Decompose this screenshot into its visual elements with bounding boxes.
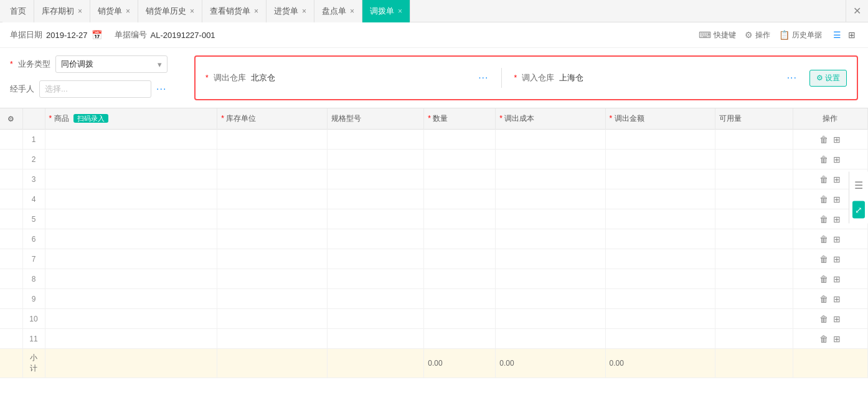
tab-sales-order-close[interactable]: ×	[126, 7, 130, 15]
row-product-cell[interactable]	[45, 209, 217, 229]
calendar-icon[interactable]: 📅	[92, 30, 102, 40]
copy-icon[interactable]: ⊞	[833, 274, 841, 284]
copy-icon[interactable]: ⊞	[833, 214, 841, 224]
row-product-cell[interactable]	[45, 269, 217, 289]
row-ops-cell: 🗑 ⊞	[793, 269, 867, 289]
operations-button[interactable]: ⚙ 操作	[745, 30, 770, 40]
tab-view-sales[interactable]: 查看销货单 ×	[202, 0, 267, 22]
number-value: AL-20191227-001	[151, 31, 215, 40]
row-product-cell[interactable]	[45, 150, 217, 169]
out-more-button[interactable]: ···	[478, 72, 488, 83]
subtotal-row: 小计 0.00 0.00 0.00	[0, 349, 868, 378]
delete-icon[interactable]: 🗑	[819, 234, 828, 244]
tab-sales-order[interactable]: 销货单 ×	[90, 0, 138, 22]
row-available-cell	[715, 289, 793, 309]
window-close-button[interactable]: ✕	[846, 0, 868, 22]
copy-icon[interactable]: ⊞	[833, 314, 841, 324]
row-qty-cell	[424, 189, 496, 209]
row-product-cell[interactable]	[45, 169, 217, 189]
history-button[interactable]: 📋 历史单据	[779, 30, 822, 40]
row-spec-cell	[327, 249, 424, 269]
row-unit-cell	[217, 169, 327, 189]
copy-icon[interactable]: ⊞	[833, 135, 841, 145]
tab-sales-history[interactable]: 销货单历史 ×	[138, 0, 202, 22]
sidebar-expand-icon[interactable]: ⤢	[852, 201, 865, 219]
delete-icon[interactable]: 🗑	[819, 294, 828, 304]
settings-button[interactable]: ⚙ 设置	[809, 70, 847, 87]
delete-icon[interactable]: 🗑	[819, 274, 828, 284]
delete-icon[interactable]: 🗑	[819, 174, 828, 184]
date-value: 2019-12-27	[46, 31, 88, 40]
row-qty-cell	[424, 289, 496, 309]
copy-icon[interactable]: ⊞	[833, 294, 841, 304]
qty-label: 数量	[433, 114, 448, 123]
person-select[interactable]: 选择...	[39, 80, 151, 98]
tab-inventory-count-close[interactable]: ×	[350, 7, 354, 15]
data-table-container: ⚙ * 商品 扫码录入 * 库存单位 规格型号 * 数量 *	[0, 108, 868, 378]
th-settings[interactable]: ⚙	[0, 108, 22, 130]
warehouse-box: * 调出仓库 北京仓 ··· * 调入仓库 上海仓 ··· ⚙ 设置	[194, 55, 858, 100]
tab-transfer-order-label: 调拨单	[370, 6, 394, 17]
row-cost-cell	[496, 269, 605, 289]
layout-grid-icon[interactable]: ⊞	[846, 29, 858, 41]
tab-transfer-order[interactable]: 调拨单 ×	[362, 0, 410, 22]
tab-inventory-init[interactable]: 库存期初 ×	[34, 0, 90, 22]
row-available-cell	[715, 169, 793, 189]
row-settings-cell	[0, 269, 22, 289]
delete-icon[interactable]: 🗑	[819, 214, 828, 224]
copy-icon[interactable]: ⊞	[833, 334, 841, 344]
tab-view-sales-close[interactable]: ×	[254, 7, 258, 15]
row-product-cell[interactable]	[45, 229, 217, 249]
sidebar-list-icon[interactable]: ☰	[852, 177, 866, 194]
row-cost-cell	[496, 169, 605, 189]
copy-icon[interactable]: ⊞	[833, 254, 841, 264]
row-product-cell[interactable]	[45, 309, 217, 329]
layout-list-icon[interactable]: ☰	[831, 29, 843, 41]
delete-icon[interactable]: 🗑	[819, 135, 828, 145]
copy-icon[interactable]: ⊞	[833, 234, 841, 244]
row-qty-cell	[424, 229, 496, 249]
row-available-cell	[715, 229, 793, 249]
table-row: 3 🗑 ⊞	[0, 169, 868, 189]
row-available-cell	[715, 269, 793, 289]
row-product-cell[interactable]	[45, 189, 217, 209]
row-cost-cell	[496, 150, 605, 169]
person-more-button[interactable]: ···	[156, 83, 166, 95]
tab-purchase-order[interactable]: 进货单 ×	[267, 0, 314, 22]
delete-icon[interactable]: 🗑	[819, 194, 828, 204]
row-product-cell[interactable]	[45, 329, 217, 349]
th-amount: * 调出金额	[605, 108, 715, 130]
tab-sales-history-close[interactable]: ×	[190, 7, 194, 15]
copy-icon[interactable]: ⊞	[833, 174, 841, 184]
business-type-select[interactable]: 同价调拨 ▾	[55, 55, 167, 73]
th-ops: 操作	[793, 108, 867, 130]
row-qty-cell	[424, 309, 496, 329]
delete-icon[interactable]: 🗑	[819, 314, 828, 324]
tab-purchase-order-close[interactable]: ×	[302, 7, 306, 15]
scan-entry-button[interactable]: 扫码录入	[73, 114, 108, 123]
table-row: 4 🗑 ⊞	[0, 189, 868, 209]
row-product-cell[interactable]	[45, 130, 217, 150]
delete-icon[interactable]: 🗑	[819, 155, 828, 164]
row-ops-cell: 🗑 ⊞	[793, 309, 867, 329]
window-close-icon: ✕	[853, 5, 861, 17]
tab-inventory-init-close[interactable]: ×	[78, 7, 82, 15]
shortcut-button[interactable]: ⌨ 快捷键	[699, 30, 736, 40]
tab-transfer-order-close[interactable]: ×	[398, 7, 402, 15]
delete-icon[interactable]: 🗑	[819, 254, 828, 264]
row-product-cell[interactable]	[45, 289, 217, 309]
row-unit-cell	[217, 289, 327, 309]
row-settings-cell	[0, 309, 22, 329]
cost-label: 调出成本	[504, 114, 534, 123]
delete-icon[interactable]: 🗑	[819, 334, 828, 344]
in-more-button[interactable]: ···	[787, 72, 797, 83]
copy-icon[interactable]: ⊞	[833, 155, 841, 164]
row-product-cell[interactable]	[45, 249, 217, 269]
chevron-down-icon: ▾	[158, 60, 162, 69]
copy-icon[interactable]: ⊞	[833, 194, 841, 204]
row-unit-cell	[217, 150, 327, 169]
layout-icons: ☰ ⊞	[831, 29, 858, 41]
tab-home[interactable]: 首页	[2, 0, 34, 22]
row-unit-cell	[217, 209, 327, 229]
tab-inventory-count[interactable]: 盘点单 ×	[314, 0, 362, 22]
